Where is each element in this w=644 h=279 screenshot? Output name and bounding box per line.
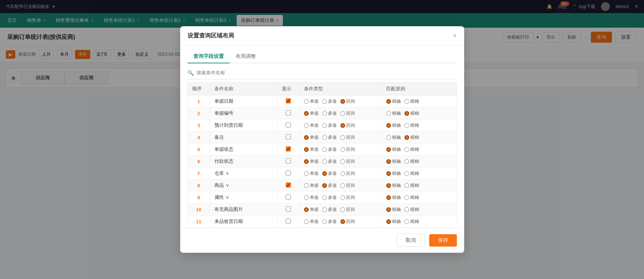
modal-tabs: 查询字段设置 布局调整 (187, 50, 457, 63)
th-name: 条件名称 (210, 83, 277, 94)
modal-body: 查询字段设置 布局调整 🔍 顺序 条件名称 显示 条件类型 (180, 46, 464, 94)
search-icon: 🔍 (187, 70, 194, 76)
th-show: 显示 (277, 83, 300, 94)
modal-table: 顺序 条件名称 显示 条件类型 匹配原则 1单据日期单值多值区间精确模糊2单据编… (187, 82, 457, 94)
modal-tab-fields[interactable]: 查询字段设置 (187, 50, 230, 63)
modal-dialog: 设置查询区域布局 × 查询字段设置 布局调整 🔍 顺序 (180, 26, 464, 94)
modal-search-area: 🔍 (187, 66, 457, 79)
modal-title: 设置查询区域布局 (187, 32, 234, 40)
th-match: 匹配原则 (382, 83, 457, 94)
modal-table-wrap: 顺序 条件名称 显示 条件类型 匹配原则 1单据日期单值多值区间精确模糊2单据编… (187, 82, 457, 94)
modal-close-icon[interactable]: × (453, 32, 457, 40)
modal-overlay: 设置查询区域布局 × 查询字段设置 布局调整 🔍 顺序 (0, 0, 644, 94)
th-order: 顺序 (187, 83, 210, 94)
modal-header: 设置查询区域布局 × (180, 26, 464, 46)
modal-tab-layout[interactable]: 布局调整 (230, 50, 262, 63)
search-input[interactable] (194, 69, 457, 76)
th-type: 条件类型 (300, 83, 382, 94)
